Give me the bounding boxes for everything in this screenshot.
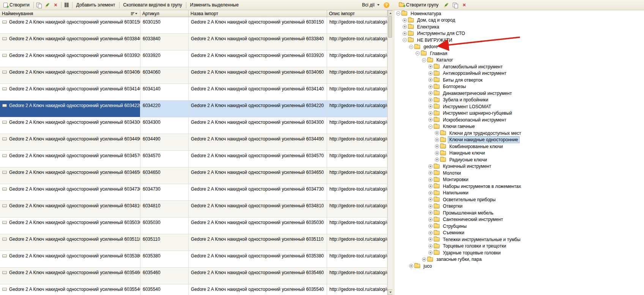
tree-item[interactable]: − Главная	[395, 50, 644, 57]
tree-item-label[interactable]: Каталог	[435, 57, 455, 63]
cell-import-name[interactable]: Gedore 2 A Ключ накидной односторонний у…	[189, 184, 327, 200]
table-row[interactable]: Gedore 2 A Ключ накидной односторонний у…	[0, 67, 387, 84]
cell-import-name[interactable]: Gedore 2 A Ключ накидной односторонний у…	[189, 117, 327, 134]
tree-item[interactable]: + Болторезы	[395, 84, 644, 90]
tree-expander-icon[interactable]: +	[428, 104, 433, 109]
tree-item-label[interactable]: Болторезы	[441, 83, 468, 90]
tree-item-label[interactable]: Съемники	[441, 229, 466, 236]
tree-item[interactable]: + Инструменты для СТО	[395, 30, 644, 37]
cell-name[interactable]: Gedore 2 A Ключ накидной односторонний у…	[0, 251, 140, 267]
cell-name[interactable]: Gedore 2 A Ключ накидной односторонний у…	[0, 17, 140, 33]
cell-article[interactable]: 6034060	[140, 67, 189, 84]
tree-expander-icon[interactable]: +	[428, 224, 433, 228]
tree-item-label[interactable]: Кузнечный инструмент	[441, 163, 493, 170]
tree-expander-icon[interactable]: −	[403, 38, 407, 42]
cell-article[interactable]: 6034490	[140, 134, 189, 150]
cell-import-name[interactable]: Gedore 2 A Ключ накидной односторонний у…	[189, 268, 327, 284]
cell-import-name[interactable]: Gedore 2 A Ключ накидной односторонний у…	[189, 50, 327, 67]
tree-expander-icon[interactable]: −	[409, 45, 413, 49]
cell-import-name[interactable]: Gedore 2 A Ключ накидной односторонний у…	[189, 17, 327, 33]
cell-import-name[interactable]: Gedore 2 A Ключ накидной односторонний у…	[189, 134, 327, 150]
create-button[interactable]: Створити	[1, 1, 32, 9]
tree-item-label[interactable]: Главная	[428, 50, 449, 57]
cell-import-desc[interactable]: http://gedore-tool.ru/catalog/d...	[327, 134, 387, 150]
cell-import-name[interactable]: Gedore 2 A Ключ накидной односторонний у…	[189, 167, 327, 184]
tree-item[interactable]: + Радиусные ключи	[395, 156, 644, 163]
table-row[interactable]: Gedore 2 A Ключ накидной односторонний у…	[0, 151, 387, 167]
tree-expander-icon[interactable]: +	[428, 197, 433, 202]
tree-item[interactable]: + Искробезопасный инструмент	[395, 117, 644, 123]
table-row[interactable]: Gedore 2 A Ключ накидной односторонний у…	[0, 184, 387, 201]
tree-item[interactable]: + juco	[395, 263, 644, 270]
tree-expander-icon[interactable]: +	[403, 18, 407, 22]
table-row[interactable]: Gedore 2 A Ключ накидной односторонний у…	[0, 284, 387, 295]
tree-expander-icon[interactable]: +	[428, 204, 433, 208]
tree-expander-icon[interactable]: −	[422, 58, 426, 62]
tree-expander-icon[interactable]: +	[428, 237, 433, 241]
tree-item-label[interactable]: Торцевые головки и трещотки	[441, 243, 508, 249]
tree-item-label[interactable]: Накидные ключи	[448, 150, 487, 156]
table-row[interactable]: Gedore 2 A Ключ накидной односторонний у…	[0, 251, 387, 268]
tree-expander-icon[interactable]: −	[428, 125, 433, 129]
cell-import-name[interactable]: Gedore 2 A Ключ накидной односторонний у…	[189, 101, 327, 117]
tree-item[interactable]: + Ключи накидные односторонние	[395, 137, 644, 144]
tree-item[interactable]: + Промышленная мебель	[395, 210, 644, 216]
copy-selected-to-group-button[interactable]: Скопіювати виділені в групу	[121, 1, 185, 9]
cell-name[interactable]: Gedore 2 A Ключ накидной односторонний у…	[0, 67, 140, 84]
tree-item-label[interactable]: Динамометрический инструмент	[441, 90, 513, 97]
cell-article[interactable]: 6034730	[140, 184, 189, 200]
tree-expander-icon[interactable]: +	[409, 264, 413, 268]
tree-expander-icon[interactable]: +	[403, 32, 407, 36]
cell-article[interactable]: 6034140	[140, 84, 189, 100]
tree-item[interactable]: + Струбцины	[395, 223, 644, 230]
tree-item[interactable]: + запасные губки, пара	[395, 256, 644, 263]
cell-import-name[interactable]: Gedore 2 A Ключ накидной односторонний у…	[189, 284, 327, 295]
tree-expander-icon[interactable]: −	[396, 11, 400, 16]
cell-import-desc[interactable]: http://gedore-tool.ru/catalog/d...	[327, 101, 387, 117]
tree-expander-icon[interactable]: +	[435, 151, 439, 155]
tree-expander-icon[interactable]: +	[428, 211, 433, 215]
tree-item-label[interactable]: Биты для отверток	[441, 77, 484, 84]
cell-name[interactable]: Gedore 2 A Ключ накидной односторонний у…	[0, 167, 140, 184]
tree-item-label[interactable]: Зубила и пробойники	[441, 96, 490, 103]
tree-item-label[interactable]: НЕ ВИГРУЖАТИ	[416, 37, 454, 44]
tree-expander-icon[interactable]: +	[435, 158, 439, 162]
tree-item[interactable]: + Сантехнический инструмент	[395, 216, 644, 223]
cell-import-desc[interactable]: http://gedore-tool.ru/catalog/d...	[327, 251, 387, 267]
tree-expander-icon[interactable]: +	[435, 131, 439, 135]
tree-item-label[interactable]: Радиусные ключи	[448, 156, 488, 163]
tree-expander-icon[interactable]: +	[428, 244, 433, 248]
cell-article[interactable]: 6034650	[140, 167, 189, 184]
tree-item-label[interactable]: Ударные торцевые головки	[441, 249, 502, 256]
tree-item-label[interactable]: Автомобильный инструмент	[441, 63, 504, 70]
cell-article[interactable]: 6034570	[140, 151, 189, 167]
tree-item[interactable]: − Номенклатура	[395, 10, 644, 17]
tree-item-label[interactable]: Напильники	[441, 189, 470, 196]
cell-import-name[interactable]: Gedore 2 A Ключ накидной односторонний у…	[189, 234, 327, 251]
tree-item-label[interactable]: Дом, сад и огород	[416, 17, 457, 24]
cell-article[interactable]: 6035110	[140, 234, 189, 251]
table-row[interactable]: Gedore 2 A Ключ накидной односторонний у…	[0, 34, 387, 50]
tree-item-label[interactable]: Ключи для труднодоступных мест	[448, 130, 523, 137]
add-element-button[interactable]: Добавить элемент	[74, 1, 118, 9]
tree-expander-icon[interactable]: +	[428, 178, 433, 182]
tree-expander-icon[interactable]: +	[428, 184, 433, 188]
cell-import-name[interactable]: Gedore 2 A Ключ накидной односторонний у…	[189, 201, 327, 217]
cell-name[interactable]: Gedore 2 A Ключ накидной односторонний у…	[0, 268, 140, 284]
column-header-name[interactable]: Найменування	[0, 10, 140, 17]
tree-item[interactable]: + Електрика	[395, 24, 644, 30]
tree-item-label[interactable]: Тележки инструментальные и тумбы	[441, 236, 522, 243]
cell-name[interactable]: Gedore 2 A Ключ накидной односторонний у…	[0, 201, 140, 217]
create-group-button[interactable]: Створити групу	[396, 1, 441, 9]
cell-import-desc[interactable]: http://gedore-tool.ru/catalog/d...	[327, 284, 387, 295]
tree-item-label[interactable]: Промышленная мебель	[441, 210, 495, 216]
tree-item[interactable]: + Дом, сад и огород	[395, 17, 644, 24]
tree-item[interactable]: + Ударные торцевые головки	[395, 249, 644, 256]
table-row[interactable]: Gedore 2 A Ключ накидной односторонний у…	[0, 218, 387, 234]
table-row[interactable]: Gedore 2 A Ключ накидной односторонний у…	[0, 117, 387, 134]
cell-article[interactable]: 6035380	[140, 251, 189, 267]
table-row[interactable]: Gedore 2 A Ключ накидной односторонний у…	[0, 167, 387, 184]
tree-expander-icon[interactable]: +	[435, 138, 439, 142]
cell-article[interactable]: 6030150	[140, 17, 189, 33]
tree-expander-icon[interactable]: +	[428, 118, 433, 122]
